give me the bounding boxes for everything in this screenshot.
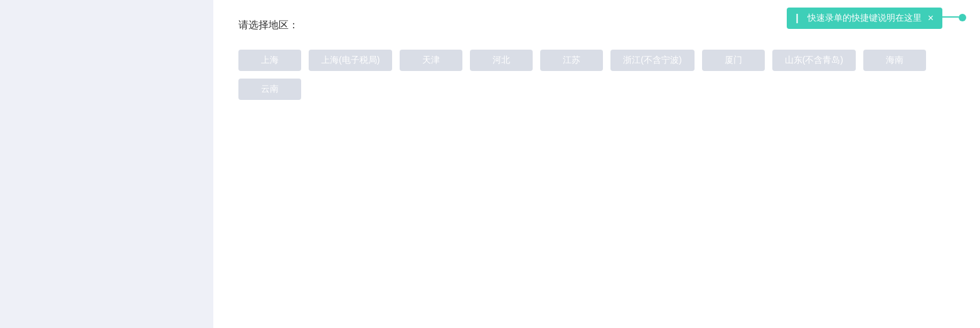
region-button-0[interactable]: 上海: [238, 50, 301, 71]
main-content: 请选择地区： 上海上海(电子税局)天津河北江苏浙江(不含宁波)厦门山东(不含青岛…: [213, 0, 980, 328]
region-button-9[interactable]: 云南: [238, 79, 301, 100]
region-button-1[interactable]: 上海(电子税局): [309, 50, 392, 71]
region-button-5[interactable]: 浙江(不含宁波): [610, 50, 694, 71]
tooltip-connector-line: [940, 16, 959, 18]
region-button-8[interactable]: 海南: [863, 50, 926, 71]
region-button-2[interactable]: 天津: [400, 50, 462, 71]
region-button-4[interactable]: 江苏: [540, 50, 603, 71]
region-button-3[interactable]: 河北: [470, 50, 533, 71]
region-button-6[interactable]: 厦门: [702, 50, 765, 71]
tooltip-close-button[interactable]: ×: [928, 13, 934, 23]
region-button-7[interactable]: 山东(不含青岛): [772, 50, 856, 71]
region-buttons-container: 上海上海(电子税局)天津河北江苏浙江(不含宁波)厦门山东(不含青岛)海南云南: [238, 50, 955, 100]
tooltip-banner: 快速录单的快捷键说明在这里 ×: [787, 8, 942, 29]
tooltip-text: 快速录单的快捷键说明在这里: [807, 13, 922, 24]
left-sidebar: [0, 0, 213, 328]
tooltip-dot-indicator: [959, 14, 966, 21]
